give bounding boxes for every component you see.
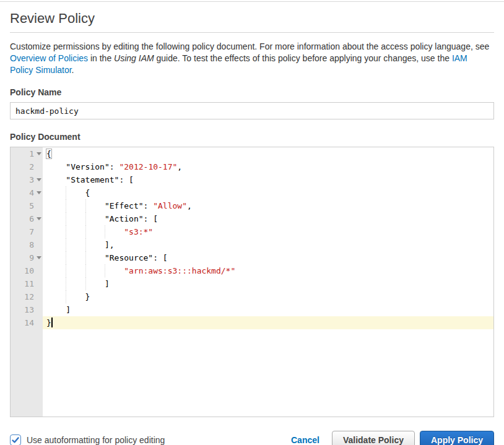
- policy-name-label: Policy Name: [10, 87, 494, 97]
- intro-paragraph: Customize permissions by editing the fol…: [10, 41, 492, 76]
- fold-arrow-icon[interactable]: [37, 217, 41, 220]
- json-string-value: "s3:*": [124, 227, 153, 236]
- validate-policy-button[interactable]: Validate Policy: [332, 431, 415, 445]
- apply-policy-button[interactable]: Apply Policy: [420, 431, 494, 445]
- line-number: 9: [11, 251, 43, 264]
- page-title: Review Policy: [10, 11, 494, 27]
- indent-guide: [66, 251, 66, 264]
- json-punctuation: [46, 175, 66, 184]
- indent-guide: [66, 212, 66, 225]
- indent-guide: [105, 225, 105, 238]
- json-punctuation: }: [46, 318, 51, 327]
- code-line[interactable]: "Version": "2012-10-17",: [43, 160, 493, 173]
- code-line[interactable]: "arn:aws:s3:::hackmd/*": [43, 264, 493, 277]
- json-string-value: "2012-10-17": [119, 162, 177, 171]
- indent-guide: [66, 238, 66, 251]
- fold-arrow-icon[interactable]: [37, 191, 41, 194]
- indent-guide: [66, 264, 66, 277]
- footer-buttons: Cancel Validate Policy Apply Policy: [291, 431, 494, 445]
- top-divider: [0, 1, 504, 2]
- policy-document-editor[interactable]: 1234567891011121314 { "Version": "2012-1…: [10, 147, 494, 417]
- overview-of-policies-link[interactable]: Overview of Policies: [10, 53, 88, 63]
- indent-guide: [66, 186, 66, 199]
- indent-guide: [66, 290, 66, 303]
- policy-document-label: Policy Document: [10, 132, 494, 142]
- code-line[interactable]: "Statement": [: [43, 173, 493, 186]
- code-line[interactable]: {: [43, 186, 493, 199]
- indent-guide: [66, 199, 66, 212]
- line-number: 5: [11, 199, 43, 212]
- cancel-link[interactable]: Cancel: [291, 435, 319, 445]
- json-key: "Resource": [105, 253, 153, 262]
- line-number: 4: [11, 186, 43, 199]
- code-line[interactable]: "Effect": "Allow",: [43, 199, 493, 212]
- code-line[interactable]: ]: [43, 303, 493, 316]
- json-punctuation: ],: [46, 240, 115, 249]
- json-punctuation: {: [46, 188, 90, 197]
- code-line[interactable]: }: [43, 316, 493, 329]
- line-number: 13: [11, 303, 43, 316]
- intro-text: .: [72, 65, 74, 75]
- fold-arrow-icon[interactable]: [37, 152, 41, 155]
- indent-guide: [85, 225, 86, 238]
- json-punctuation: {: [46, 149, 51, 158]
- json-punctuation: [46, 253, 105, 262]
- code-line[interactable]: }: [43, 290, 493, 303]
- line-number: 6: [11, 212, 43, 225]
- json-string-value: "arn:aws:s3:::hackmd/*": [124, 266, 235, 275]
- indent-guide: [105, 264, 105, 277]
- json-punctuation: : [: [144, 214, 158, 223]
- json-key: "Action": [105, 214, 144, 223]
- fold-arrow-icon[interactable]: [37, 178, 41, 181]
- json-punctuation: [46, 214, 105, 223]
- line-number: 8: [11, 238, 43, 251]
- intro-text: in the: [88, 53, 114, 63]
- json-punctuation: [46, 162, 66, 171]
- intro-text: Customize permissions by editing the fol…: [10, 41, 489, 51]
- code-line[interactable]: "Resource": [: [43, 251, 493, 264]
- json-punctuation: : [: [119, 175, 133, 184]
- json-key: "Effect": [105, 201, 144, 210]
- code-line[interactable]: ]: [43, 277, 493, 290]
- json-punctuation: ]: [46, 279, 110, 288]
- indent-guide: [85, 264, 86, 277]
- line-number: 11: [11, 277, 43, 290]
- title-divider: [10, 32, 494, 33]
- editor-code-area[interactable]: { "Version": "2012-10-17", "Statement": …: [43, 147, 493, 417]
- json-punctuation: :: [110, 162, 119, 171]
- line-number: 1: [11, 147, 43, 160]
- code-line[interactable]: "Action": [: [43, 212, 493, 225]
- line-number: 14: [11, 316, 43, 329]
- indent-guide: [85, 212, 86, 225]
- json-punctuation: ]: [46, 305, 71, 314]
- json-punctuation: }: [46, 292, 90, 301]
- json-key: "Version": [66, 162, 109, 171]
- checkmark-icon: [12, 437, 19, 444]
- editor-line-number-gutter: 1234567891011121314: [11, 147, 43, 417]
- json-punctuation: :: [144, 201, 154, 210]
- indent-guide: [85, 251, 86, 264]
- line-number: 2: [11, 160, 43, 173]
- footer-actions-bar: Use autoformatting for policy editing Ca…: [10, 430, 494, 445]
- autoformat-label: Use autoformatting for policy editing: [27, 435, 165, 445]
- line-number: 7: [11, 225, 43, 238]
- indent-guide: [85, 199, 86, 212]
- json-punctuation: [46, 201, 105, 210]
- code-line[interactable]: ],: [43, 238, 493, 251]
- fold-arrow-icon[interactable]: [37, 256, 41, 259]
- autoformat-checkbox[interactable]: [10, 434, 21, 445]
- review-policy-page: Review Policy Customize permissions by e…: [0, 11, 504, 445]
- json-punctuation: ,: [187, 201, 192, 210]
- line-number: 3: [11, 173, 43, 186]
- line-number: 10: [11, 264, 43, 277]
- guide-name: Using IAM: [114, 53, 154, 63]
- line-number: 12: [11, 290, 43, 303]
- indent-guide: [66, 277, 66, 290]
- json-string-value: "Allow": [153, 201, 187, 210]
- code-line[interactable]: {: [43, 147, 493, 160]
- json-punctuation: : [: [153, 253, 167, 262]
- code-line[interactable]: "s3:*": [43, 225, 493, 238]
- intro-text: guide. To test the effects of this polic…: [154, 53, 452, 63]
- policy-name-input[interactable]: [10, 102, 494, 119]
- indent-guide: [85, 277, 86, 290]
